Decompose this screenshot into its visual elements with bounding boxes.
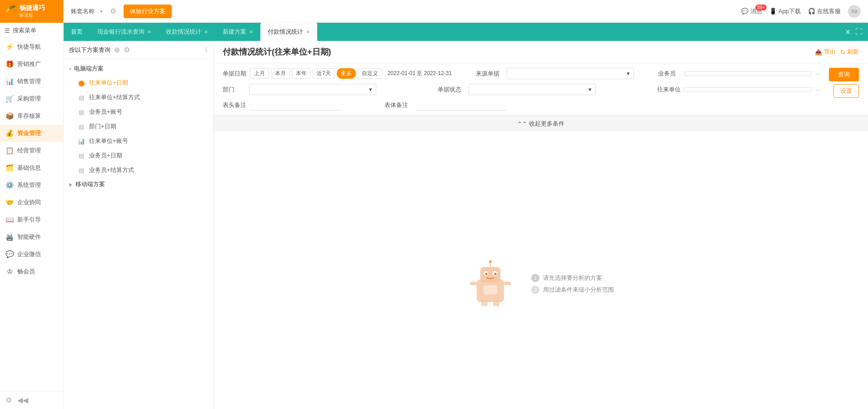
dept-chevron-icon: ▾ [369,86,372,93]
filter-bar: 单据日期 上月 本月 本年 近7天 更多 自定义 2022-01-01 至 20… [214,63,868,116]
sidebar-item-basic[interactable]: 🗂️ 基础信息 [0,159,63,177]
empty-state: 1 请先选择要分析的方案 2 用过滤条件来缩小分析范围 [214,131,868,409]
filter-row-date: 单据日期 上月 本月 本年 近7天 更多 自定义 2022-01-01 至 20… [223,68,821,79]
date-btn-7days[interactable]: 近7天 [313,68,335,79]
message-icon: 💬 [741,8,748,15]
sidebar-item-inventory[interactable]: 📦 库存核算 [0,107,63,125]
sidebar-item-guide[interactable]: 📖 新手引导 [0,211,63,228]
sidebar-item-operations[interactable]: 📋 经营管理 [0,142,63,159]
staff-select[interactable] [684,71,812,76]
staff-dots-icon[interactable]: ··· [815,70,821,77]
dept-label: 部门 [223,86,245,94]
close-all-tabs-icon[interactable]: ✕ [845,28,851,36]
avatar[interactable]: Rit [848,5,861,18]
staff-label: 业务员 [658,70,681,78]
tab-bank[interactable]: 现金银行流水查询 ✕ [90,23,159,41]
sidebar-item-sales[interactable]: 📊 销售管理 [0,73,63,90]
sidebar: 🍊 畅捷通巧 标准版 ☰ 搜索菜单 ⚡ 快捷导航 🎁 营销推广 📊 销售管理 🛒… [0,0,64,409]
operations-icon: 📋 [5,146,14,155]
scheme-item-dept-date[interactable]: ▤ 部门+日期 [64,119,213,134]
mobile-scheme-group[interactable]: ▶ 移动端方案 [64,177,213,191]
date-btn-custom[interactable]: 自定义 [358,68,382,79]
table-icon-1: ▤ [77,94,85,101]
svg-point-5 [494,273,497,275]
sidebar-item-finance[interactable]: 💰 资金管理 [0,125,63,142]
tab-close-receipt[interactable]: ✕ [204,29,208,35]
sidebar-item-weixin[interactable]: 💬 企业微信 [0,246,63,263]
collapse-left-panel-icon[interactable]: 《 [202,46,208,54]
message-btn[interactable]: 💬 消息 99+ [741,7,762,15]
date-btn-last-month[interactable]: 上月 [250,68,269,79]
source-chevron-icon: ▾ [627,70,630,77]
service-icon: 🎧 [808,8,815,15]
sidebar-item-enterprise[interactable]: 🤝 企业协同 [0,194,63,211]
tab-payment[interactable]: 付款情况统计 ✕ [260,23,317,41]
scheme-item-partner-date[interactable]: ⬤ 往来单位+日期 [64,76,213,90]
scheme-item-staff-settle[interactable]: ▤ 业务员+结算方式 [64,163,213,177]
app-download-btn[interactable]: 📱 App下载 [769,7,801,15]
partner-select[interactable] [684,87,812,92]
sidebar-item-purchase[interactable]: 🛒 采购管理 [0,90,63,107]
dept-select[interactable]: ▾ [249,84,376,95]
scheme-item-partner-account[interactable]: 📊 往来单位+账号 [64,134,213,148]
online-service-btn[interactable]: 🎧 在线客服 [808,7,841,15]
tab-close-bank[interactable]: ✕ [147,29,151,35]
try-industry-btn[interactable]: 体验行业方案 [124,5,172,18]
table-icon-5: ▤ [77,167,85,174]
export-btn[interactable]: 📤 导出 [815,48,836,56]
account-chevron-icon[interactable]: ▾ [100,8,103,15]
empty-step-1: 1 请先选择要分析的方案 [531,274,614,282]
app-download-icon: 📱 [769,8,777,15]
sidebar-item-marketing[interactable]: 🎁 营销推广 [0,56,63,73]
refresh-btn[interactable]: ↻ 刷新 [840,48,859,56]
date-btn-this-month[interactable]: 本月 [271,68,290,79]
header-remark-input[interactable] [250,100,341,111]
settings-scheme-icon[interactable]: ⚙ [124,45,130,54]
sidebar-item-system[interactable]: ⚙️ 系统管理 [0,177,63,194]
add-scheme-icon[interactable]: ⊕ [114,45,120,54]
doc-status-chevron-icon: ▾ [589,86,592,93]
sidebar-item-hardware[interactable]: 🖨️ 智能硬件 [0,228,63,246]
maximize-icon[interactable]: ⛶ [855,28,863,36]
empty-step-2: 2 用过滤条件来缩小分析范围 [531,286,614,294]
tab-new-scheme[interactable]: 新建方案 ✕ [215,23,260,41]
search-menu[interactable]: ☰ 搜索菜单 [0,23,63,38]
partner-dots-icon[interactable]: ··· [815,86,821,93]
collapse-more-btn[interactable]: ⌃⌃ 收起更多条件 [214,116,868,131]
tab-receipt[interactable]: 收款情况统计 ✕ [159,23,215,41]
scheme-item-partner-settle[interactable]: ▤ 往来单位+结算方式 [64,90,213,105]
page-header-top: 付款情况统计(往来单位+日期) 📤 导出 ↻ 刷新 [223,46,859,57]
scheme-item-staff-account[interactable]: ▤ 业务员+账号 [64,105,213,119]
body-remark-input[interactable] [415,100,506,111]
scheme-item-staff-date[interactable]: ▤ 业务员+日期 [64,148,213,163]
query-btn[interactable]: 查询 [829,68,859,81]
guide-icon: 📖 [5,216,14,224]
settings-bottom-icon[interactable]: ⚙ [5,396,12,404]
date-btn-this-year[interactable]: 本年 [292,68,311,79]
scheme-section: ▾ 电脑端方案 ⬤ 往来单位+日期 ▤ 往来单位+结算方式 ▤ 业务员+账号 [64,59,213,194]
basic-icon: 🗂️ [5,164,14,172]
sidebar-bottom: ⚙ ◀◀ [0,391,63,409]
empty-steps: 1 请先选择要分析的方案 2 用过滤条件来缩小分析范围 [531,274,614,294]
date-btn-more[interactable]: 更多 [337,68,356,79]
doc-status-select[interactable]: ▾ [469,84,596,95]
tab-close-new-scheme[interactable]: ✕ [249,29,253,35]
sidebar-item-member[interactable]: ♔ 畅会员 [0,263,63,280]
message-badge: 99+ [755,5,767,10]
finance-icon: 💰 [5,129,14,137]
tab-close-payment[interactable]: ✕ [306,29,310,35]
filter-cols: 单据日期 上月 本月 本年 近7天 更多 自定义 2022-01-01 至 20… [223,68,821,111]
settings-btn[interactable]: 设置 [833,84,859,98]
sidebar-item-shortcut[interactable]: ⚡ 快捷导航 [0,38,63,56]
enterprise-icon: 🤝 [5,198,14,207]
filter-row-remark: 表头备注 表体备注 [223,100,821,111]
system-icon: ⚙️ [5,181,14,189]
collapse-sidebar-icon[interactable]: ◀◀ [17,396,28,404]
hardware-icon: 🖨️ [5,233,14,241]
page-title: 付款情况统计(往来单位+日期) [223,46,331,57]
source-select[interactable]: ▾ [507,68,634,79]
tab-home[interactable]: 首页 [64,23,90,41]
desktop-scheme-group[interactable]: ▾ 电脑端方案 [64,62,213,76]
refresh-icon: ↻ [840,49,845,56]
settings-icon[interactable]: ⚙ [110,7,116,15]
